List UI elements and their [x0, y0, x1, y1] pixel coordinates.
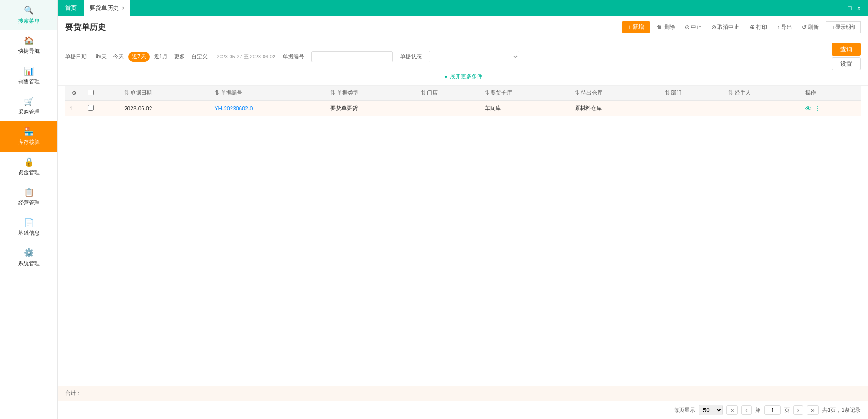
th-doc-date[interactable]: ⇅ 单据日期	[120, 86, 210, 101]
sales-icon: 📊	[24, 66, 34, 76]
query-button[interactable]: 查询	[832, 43, 861, 56]
th-pending-warehouse[interactable]: ⇅ 待出仓库	[570, 86, 660, 101]
next-page-btn[interactable]: ›	[793, 405, 803, 415]
th-handler[interactable]: ⇅ 经手人	[724, 86, 801, 101]
cell-action: 👁 ⋮	[801, 101, 861, 116]
tab-bar-right: — □ ×	[836, 5, 868, 12]
page-area: 要货单历史 + 新增 🗑 删除 ⊘ 中止 ⊘ 取消中止 🖨 打印 ↑ 导出 ↺ …	[58, 16, 868, 419]
window-maximize-btn[interactable]: □	[848, 5, 851, 12]
cancel-stop-button[interactable]: ⊘ 取消中止	[709, 22, 742, 33]
row-checkbox[interactable]	[88, 105, 94, 111]
sidebar-item-quick-nav[interactable]: 🏠 快捷导航	[0, 30, 57, 61]
tab-active[interactable]: 要货单历史 ×	[84, 0, 130, 16]
th-department[interactable]: ⇅ 部门	[660, 86, 724, 101]
tab-bar: 首页 要货单历史 × — □ ×	[58, 0, 868, 16]
sidebar-item-operations[interactable]: 📋 经营管理	[0, 182, 57, 212]
sort-icon: ⇅	[485, 90, 489, 96]
quick-nav-icon: 🏠	[24, 36, 34, 46]
sidebar-item-purchase[interactable]: 🛒 采购管理	[0, 91, 57, 121]
total-info: 共1页，1条记录	[822, 406, 861, 414]
date-range-display: 2023-05-27 至 2023-06-02	[217, 53, 275, 60]
per-page-label: 每页显示	[674, 406, 695, 414]
sidebar-item-inventory[interactable]: 🏪 库存核算	[0, 121, 57, 152]
sidebar-item-basic-info[interactable]: 📄 基础信息	[0, 212, 57, 243]
status-label: 单据状态	[400, 53, 422, 61]
action-view-icon[interactable]: 👁	[805, 105, 811, 112]
th-doc-type[interactable]: ⇅ 单据类型	[326, 86, 416, 101]
date-filter-label: 单据日期	[65, 53, 87, 61]
action-more-icon[interactable]: ⋮	[814, 105, 821, 112]
summary-label: 合计：	[65, 390, 81, 396]
expand-chevron-icon: ▼	[443, 74, 449, 80]
cell-department	[660, 101, 724, 116]
query-buttons: 查询 设置	[832, 43, 861, 70]
th-doc-no[interactable]: ⇅ 单据编号	[210, 86, 326, 101]
page-number-input[interactable]	[764, 405, 781, 415]
window-close-btn[interactable]: ×	[857, 5, 861, 12]
sidebar-item-search-menu[interactable]: 🔍 搜索菜单	[0, 0, 57, 30]
sort-icon: ⇅	[728, 90, 733, 96]
refresh-button[interactable]: ↺ 刷新	[799, 22, 821, 33]
per-page-select[interactable]: 10 20 50 100	[699, 405, 723, 415]
table-row: 1 2023-06-02 YH-20230602-0 要货单要货 车间库 原材料…	[65, 101, 861, 116]
expand-more-btn[interactable]: ▼ 展开更多条件	[443, 73, 483, 81]
th-req-warehouse[interactable]: ⇅ 要货仓库	[480, 86, 571, 101]
doc-no-input[interactable]	[311, 51, 393, 62]
display-detail-button[interactable]: □ 显示明细	[826, 21, 861, 33]
print-button[interactable]: 🖨 打印	[746, 22, 769, 33]
data-table: ⚙ ⇅ 单据日期 ⇅ 单据编号 ⇅ 单据类型 ⇅ 门店 ⇅ 要货仓库 ⇅ 待出仓…	[65, 86, 861, 116]
search-menu-icon: 🔍	[24, 5, 34, 15]
toolbar: + 新增 🗑 删除 ⊘ 中止 ⊘ 取消中止 🖨 打印 ↑ 导出 ↺ 刷新 □ 显…	[622, 21, 861, 33]
page-title: 要货单历史	[65, 22, 622, 33]
date-btn-yesterday[interactable]: 昨天	[94, 52, 108, 62]
sidebar-item-system[interactable]: ⚙️ 系统管理	[0, 243, 57, 273]
sort-icon: ⇅	[330, 90, 335, 96]
stop-button[interactable]: ⊘ 中止	[682, 22, 704, 33]
main-area: 首页 要货单历史 × — □ × 要货单历史 + 新增 🗑 删除 ⊘ 中止 ⊘ …	[58, 0, 868, 419]
sort-icon: ⇅	[421, 90, 425, 96]
export-button[interactable]: ↑ 导出	[774, 22, 795, 33]
sort-icon: ⇅	[124, 90, 129, 96]
doc-no-link[interactable]: YH-20230602-0	[215, 105, 253, 112]
cell-req-warehouse: 车间库	[480, 101, 571, 116]
cell-doc-no[interactable]: YH-20230602-0	[210, 101, 326, 116]
page-label: 第	[755, 406, 761, 414]
date-filter-buttons: 昨天 今天 近7天 近1月 更多 自定义	[94, 52, 209, 62]
table-footer: 合计：	[58, 386, 868, 401]
date-btn-7days[interactable]: 近7天	[128, 52, 150, 62]
cell-doc-date: 2023-06-02	[120, 101, 210, 116]
page-header: 要货单历史 + 新增 🗑 删除 ⊘ 中止 ⊘ 取消中止 🖨 打印 ↑ 导出 ↺ …	[58, 16, 868, 38]
tab-home[interactable]: 首页	[58, 0, 84, 16]
cell-handler	[724, 101, 801, 116]
th-checkbox[interactable]	[83, 86, 120, 101]
go-first-btn[interactable]: «	[726, 405, 738, 415]
date-btn-today[interactable]: 今天	[111, 52, 126, 62]
go-last-btn[interactable]: »	[807, 405, 818, 415]
cell-doc-type: 要货单要货	[326, 101, 416, 116]
sidebar: 🔍 搜索菜单 🏠 快捷导航 📊 销售管理 🛒 采购管理 🏪 库存核算 🔒 资金管…	[0, 0, 58, 419]
prev-page-btn[interactable]: ‹	[741, 405, 751, 415]
cell-checkbox[interactable]	[83, 101, 120, 116]
cell-store	[416, 101, 480, 116]
sort-icon: ⇅	[665, 90, 670, 96]
date-btn-1month[interactable]: 近1月	[152, 52, 170, 62]
settings-button[interactable]: 设置	[832, 57, 861, 70]
status-select[interactable]	[429, 51, 519, 62]
th-action: 操作	[801, 86, 861, 101]
th-settings[interactable]: ⚙	[65, 86, 83, 101]
sort-icon: ⇅	[215, 90, 219, 96]
operations-icon: 📋	[24, 187, 34, 197]
sidebar-item-sales[interactable]: 📊 销售管理	[0, 61, 57, 91]
new-button[interactable]: + 新增	[622, 21, 650, 33]
finance-icon: 🔒	[24, 157, 34, 167]
filter-area: 单据日期 昨天 今天 近7天 近1月 更多 自定义 2023-05-27 至 2…	[58, 38, 868, 86]
select-all-checkbox[interactable]	[88, 90, 94, 95]
th-store[interactable]: ⇅ 门店	[416, 86, 480, 101]
delete-button[interactable]: 🗑 删除	[654, 22, 677, 33]
window-minimize-btn[interactable]: —	[836, 5, 842, 12]
tab-close-icon[interactable]: ×	[122, 5, 125, 11]
system-icon: ⚙️	[24, 248, 34, 258]
date-btn-more[interactable]: 更多	[172, 52, 187, 62]
date-btn-custom[interactable]: 自定义	[189, 52, 209, 62]
sidebar-item-finance[interactable]: 🔒 资金管理	[0, 152, 57, 182]
